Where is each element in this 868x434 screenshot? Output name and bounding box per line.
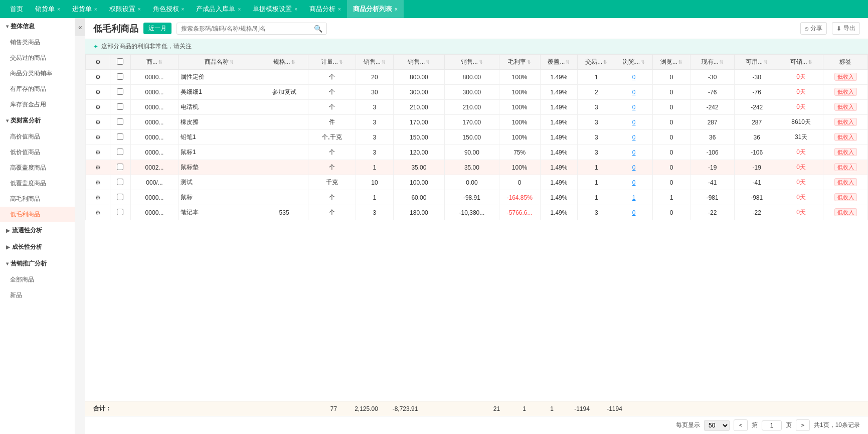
close-icon[interactable]: × (395, 7, 398, 12)
close-icon[interactable]: × (338, 7, 341, 12)
th-available[interactable]: 可用...⇅ (735, 55, 779, 70)
sidebar-group-growth[interactable]: ▶ 成长性分析 (0, 239, 75, 255)
sidebar-item-low-coverage[interactable]: 低覆盖度商品 (0, 176, 75, 191)
nav-template-settings[interactable]: 单据模板设置 × (247, 0, 303, 18)
th-spec[interactable]: 规格...⇅ (260, 55, 308, 70)
row-view1[interactable]: 0 (615, 100, 653, 115)
sidebar-item-in-stock[interactable]: 有库存的商品 (0, 81, 75, 97)
sidebar-group-marketing[interactable]: ▾ 营销推广分析 (0, 255, 75, 272)
nav-permission-settings[interactable]: 权限设置 × (103, 0, 147, 18)
sidebar-collapse-button[interactable]: « (75, 18, 85, 36)
th-name[interactable]: 商品名称⇅ (179, 55, 260, 70)
search-box[interactable]: 🔍 (177, 23, 327, 35)
filter-recent-month-button[interactable]: 近一月 (143, 23, 171, 34)
close-icon[interactable]: × (57, 7, 60, 12)
sidebar-item-high-margin[interactable]: 高毛利商品 (0, 191, 75, 207)
th-current-stock[interactable]: 现有...⇅ (690, 55, 734, 70)
row-checkbox[interactable] (110, 190, 131, 205)
row-view1[interactable]: 1 (615, 190, 653, 205)
th-sale-amount[interactable]: 销售...⇅ (444, 55, 499, 70)
search-input[interactable] (181, 25, 314, 32)
row-view1[interactable]: 0 (615, 85, 653, 100)
close-icon[interactable]: × (94, 7, 97, 12)
row-settings[interactable]: ⚙ (86, 85, 110, 100)
row-settings[interactable]: ⚙ (86, 70, 110, 85)
per-page-select[interactable]: 50 100 (704, 420, 730, 431)
row-settings[interactable]: ⚙ (86, 100, 110, 115)
nav-home[interactable]: 首页 (4, 0, 29, 18)
sidebar-item-all-products[interactable]: 全部商品 (0, 272, 75, 287)
row-checkbox[interactable] (110, 100, 131, 115)
sidebar-group-circulation[interactable]: ▶ 流通性分析 (0, 222, 75, 239)
sidebar-item-traded-products[interactable]: 交易过的商品 (0, 50, 75, 66)
sidebar-item-low-value[interactable]: 低价值商品 (0, 144, 75, 160)
row-view2: 0 (653, 130, 690, 145)
row-view1[interactable]: 0 (615, 205, 653, 220)
th-gross-margin[interactable]: 毛利率⇅ (499, 55, 540, 70)
row-settings[interactable]: ⚙ (86, 175, 110, 190)
close-icon[interactable]: × (238, 7, 241, 12)
th-settings[interactable]: ⚙ (86, 55, 110, 70)
search-icon[interactable]: 🔍 (314, 25, 322, 33)
sidebar-group-overall[interactable]: ▾ 整体信息 (0, 18, 75, 35)
row-spec (260, 115, 308, 130)
row-view1[interactable]: 0 (615, 175, 653, 190)
row-settings[interactable]: ⚙ (86, 145, 110, 160)
close-icon[interactable]: × (182, 7, 185, 12)
nav-product-stock-in[interactable]: 产成品入库单 × (190, 0, 247, 18)
th-code[interactable]: 商...⇅ (130, 55, 178, 70)
nav-sales-order[interactable]: 销货单 × (29, 0, 66, 18)
row-view1[interactable]: 0 (615, 160, 653, 175)
th-sellable-days[interactable]: 可销...⇅ (779, 55, 823, 70)
sidebar-item-category-rate[interactable]: 商品分类助销率 (0, 66, 75, 81)
row-settings[interactable]: ⚙ (86, 130, 110, 145)
sidebar-group-wealth[interactable]: ▾ 类财富分析 (0, 112, 75, 129)
row-cover: 1.49% (540, 115, 578, 130)
sidebar-item-sales-products[interactable]: 销售类商品 (0, 35, 75, 50)
row-checkbox[interactable] (110, 85, 131, 100)
th-trade[interactable]: 交易...⇅ (578, 55, 615, 70)
nav-role-auth[interactable]: 角色授权 × (147, 0, 191, 18)
sidebar-item-low-margin[interactable]: 低毛利商品 (0, 207, 75, 222)
th-view1[interactable]: 浏览...⇅ (615, 55, 653, 70)
sidebar-item-high-value[interactable]: 高价值商品 (0, 129, 75, 144)
row-checkbox[interactable] (110, 160, 131, 175)
row-checkbox[interactable] (110, 130, 131, 145)
row-checkbox[interactable] (110, 145, 131, 160)
nav-product-analysis[interactable]: 商品分析 × (303, 0, 347, 18)
th-unit[interactable]: 计量...⇅ (308, 55, 356, 70)
close-icon[interactable]: × (294, 7, 297, 12)
row-checkbox[interactable] (110, 175, 131, 190)
row-settings[interactable]: ⚙ (86, 115, 110, 130)
th-cover[interactable]: 覆盖...⇅ (540, 55, 578, 70)
th-sale-price[interactable]: 销售...⇅ (393, 55, 444, 70)
next-page-button[interactable]: ＞ (796, 419, 810, 431)
th-sale-qty[interactable]: 销售...⇅ (356, 55, 394, 70)
row-view1[interactable]: 0 (615, 130, 653, 145)
nav-purchase-order[interactable]: 进货单 × (66, 0, 103, 18)
close-icon[interactable]: × (138, 7, 141, 12)
page-number-input[interactable] (762, 420, 782, 430)
row-view1[interactable]: 0 (615, 145, 653, 160)
row-settings[interactable]: ⚙ (86, 160, 110, 175)
th-checkbox[interactable] (110, 55, 131, 70)
export-button[interactable]: ⬇ 导出 (832, 22, 860, 35)
row-settings[interactable]: ⚙ (86, 205, 110, 220)
row-view1[interactable]: 0 (615, 70, 653, 85)
sidebar-item-new-products[interactable]: 新品 (0, 287, 75, 303)
sidebar-item-stock-funds[interactable]: 库存资金占用 (0, 97, 75, 112)
row-sale-amount: 150.00 (444, 130, 499, 145)
row-settings[interactable]: ⚙ (86, 190, 110, 205)
row-checkbox[interactable] (110, 205, 131, 220)
sidebar-item-high-coverage[interactable]: 高覆盖度商品 (0, 160, 75, 176)
share-button[interactable]: ⎋ 分享 (800, 22, 827, 35)
select-all-checkbox[interactable] (117, 58, 123, 65)
row-sale-price: 800.00 (393, 70, 444, 85)
prev-page-button[interactable]: ＜ (734, 419, 748, 431)
th-view2[interactable]: 浏览...⇅ (653, 55, 690, 70)
row-sale-qty: 1 (356, 160, 394, 175)
nav-product-analysis-list[interactable]: 商品分析列表 × (347, 0, 404, 18)
row-checkbox[interactable] (110, 70, 131, 85)
row-checkbox[interactable] (110, 115, 131, 130)
row-view1[interactable]: 0 (615, 115, 653, 130)
